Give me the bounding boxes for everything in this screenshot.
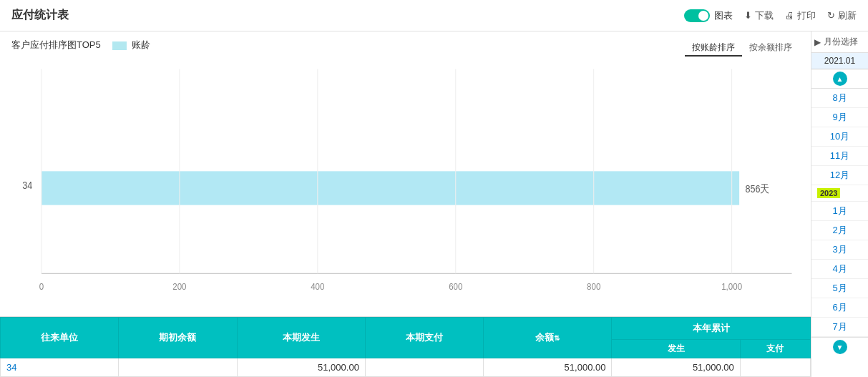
col-balance: 余额⇅ — [484, 318, 612, 358]
svg-text:0: 0 — [39, 281, 44, 292]
month-item-9[interactable]: 9月 — [811, 108, 868, 127]
print-icon: 🖨 — [785, 10, 794, 21]
print-button[interactable]: 🖨 打印 — [785, 9, 816, 22]
svg-text:200: 200 — [172, 281, 186, 292]
month-nav-down: ▼ — [811, 337, 868, 356]
right-panel-header[interactable]: ▶ 月份选择 — [811, 31, 868, 53]
legend-color-label: 账龄 — [132, 39, 150, 50]
refresh-button[interactable]: ↻ 刷新 — [827, 9, 857, 22]
month-list: 8月 9月 10月 11月 12月 2023 1月 2月 3月 4月 5月 6月… — [811, 89, 868, 337]
month-item-6[interactable]: 6月 — [811, 298, 868, 318]
page-title: 应付统计表 — [11, 8, 69, 23]
chart-toggle-label: 图表 — [714, 9, 733, 22]
month-nav-up: ▲ — [811, 69, 868, 89]
chart-toggle-group[interactable]: 图表 — [684, 9, 733, 22]
col-ytd-occurrence: 发生 — [612, 340, 740, 358]
sort-by-age-button[interactable]: 按账龄排序 — [685, 40, 742, 57]
svg-text:34: 34 — [22, 180, 32, 191]
chart-legend: 客户应付排序图TOP5 账龄 — [11, 39, 150, 52]
chevron-right-icon: ▶ — [814, 37, 821, 47]
cell-occurrence: 51,000.00 — [237, 358, 365, 377]
month-item-10[interactable]: 10月 — [811, 127, 868, 147]
legend-label: 客户应付排序图TOP5 — [11, 39, 101, 52]
cell-balance: 51,000.00 — [484, 358, 612, 377]
year-badge: 2023 — [817, 188, 840, 198]
month-item-7[interactable]: 7月 — [811, 318, 868, 337]
cell-opening — [119, 358, 237, 377]
month-item-4[interactable]: 4月 — [811, 260, 868, 279]
month-item-12[interactable]: 12月 — [811, 166, 868, 185]
legend-color-box: 账龄 — [112, 39, 151, 52]
col-opening: 期初余额 — [119, 318, 237, 358]
chart-toggle[interactable] — [684, 9, 710, 22]
chart-sort-buttons: 按账龄排序 按余额排序 — [685, 40, 799, 57]
download-label: 下载 — [755, 9, 774, 22]
col-payment: 本期支付 — [365, 318, 483, 358]
table-wrapper: 往来单位 期初余额 本期发生 本期支付 余额⇅ 本年累计 发生 支付 — [0, 317, 811, 377]
data-table-section: 往来单位 期初余额 本期发生 本期支付 余额⇅ 本年累计 发生 支付 — [0, 316, 811, 377]
summary-table: 往来单位 期初余额 本期发生 本期支付 余额⇅ 本年累计 发生 支付 — [0, 317, 811, 377]
cell-ytd-occurrence: 51,000.00 — [612, 358, 740, 377]
svg-text:600: 600 — [449, 281, 462, 292]
svg-text:800: 800 — [587, 281, 600, 292]
svg-rect-1 — [42, 171, 739, 205]
download-button[interactable]: ⬇ 下载 — [744, 9, 774, 22]
month-selector: ▲ 8月 9月 10月 11月 12月 2023 1月 2月 3月 4月 5月 — [811, 53, 868, 377]
month-item-8[interactable]: 8月 — [811, 89, 868, 108]
month-item-1[interactable]: 1月 — [811, 202, 868, 221]
refresh-label: 刷新 — [838, 9, 857, 22]
month-prev-button[interactable]: ▲ — [833, 72, 847, 86]
svg-text:1,000: 1,000 — [721, 281, 742, 292]
chart-svg: 34 856天 0 200 400 600 800 1,000 — [11, 60, 799, 309]
svg-text:856天: 856天 — [746, 183, 770, 195]
col-occurrence: 本期发生 — [237, 318, 365, 358]
header-actions: 图表 ⬇ 下载 🖨 打印 ↻ 刷新 — [684, 9, 857, 22]
cell-payment — [365, 358, 483, 377]
col-unit: 往来单位 — [1, 318, 119, 358]
col-ytd: 本年累计 — [612, 318, 811, 340]
chart-body: 34 856天 0 200 400 600 800 1,000 — [11, 60, 799, 309]
col-ytd-payment: 支付 — [740, 340, 810, 358]
download-icon: ⬇ — [744, 10, 752, 21]
right-panel: ▶ 月份选择 ▲ 8月 9月 10月 11月 12月 2023 1月 — [811, 31, 868, 377]
refresh-icon: ↻ — [827, 10, 835, 21]
month-item-3[interactable]: 3月 — [811, 240, 868, 260]
cell-ytd-payment — [740, 358, 810, 377]
cell-unit[interactable]: 34 — [1, 358, 119, 377]
table-row: 34 51,000.00 51,000.00 51,000.00 — [1, 358, 811, 377]
month-item-11[interactable]: 11月 — [811, 147, 868, 166]
month-next-button[interactable]: ▼ — [833, 340, 847, 354]
sort-by-balance-button[interactable]: 按余额排序 — [742, 40, 799, 57]
month-item-5[interactable]: 5月 — [811, 279, 868, 298]
month-item-2[interactable]: 2月 — [811, 221, 868, 240]
year-2023-row: 2023 — [811, 185, 868, 202]
month-year-input[interactable] — [811, 53, 868, 69]
svg-text:400: 400 — [311, 281, 324, 292]
print-label: 打印 — [797, 9, 816, 22]
month-selector-label: 月份选择 — [824, 36, 858, 48]
